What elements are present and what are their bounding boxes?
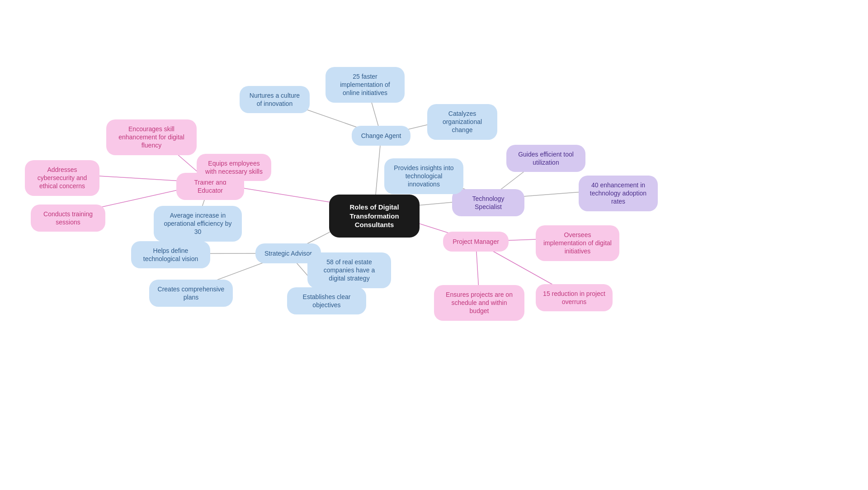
node-enhancement_adoption: 40 enhancement in technology adoption ra… (579, 176, 658, 211)
node-ensures_schedule: Ensures projects are on schedule and wit… (434, 285, 524, 321)
node-catalyzes_change: Catalyzes organizational change (427, 104, 497, 140)
node-center: Roles of Digital Transformation Consulta… (329, 195, 420, 238)
node-technology_specialist: Technology Specialist (452, 189, 524, 216)
node-helps_define: Helps define technological vision (131, 241, 210, 268)
node-equips_employees: Equips employees with necessary skills (197, 154, 271, 181)
node-guides_tool: Guides efficient tool utilization (506, 145, 585, 172)
node-faster_implementation: 25 faster implementation of online initi… (326, 67, 405, 103)
node-real_estate: 58 of real estate companies have a digit… (307, 252, 391, 288)
node-reduction_overruns: 15 reduction in project overruns (536, 284, 613, 311)
node-addresses_cyber: Addresses cybersecurity and ethical conc… (25, 160, 99, 196)
node-conducts_training: Conducts training sessions (31, 205, 105, 232)
node-change_agent: Change Agent (352, 126, 410, 146)
node-encourages_skill: Encourages skill enhancement for digital… (106, 119, 197, 155)
node-creates_plans: Creates comprehensive plans (149, 280, 233, 307)
node-provides_insights: Provides insights into technological inn… (384, 158, 463, 194)
node-avg_efficiency: Average increase in operational efficien… (154, 206, 242, 242)
node-project_manager: Project Manager (443, 232, 509, 252)
mindmap-container: Roles of Digital Transformation Consulta… (0, 0, 868, 490)
node-oversees_implementation: Oversees implementation of digital initi… (536, 225, 619, 261)
node-nurtures_culture: Nurtures a culture of innovation (240, 86, 310, 113)
node-establishes_objectives: Establishes clear objectives (287, 287, 366, 314)
connections-svg (0, 0, 868, 490)
